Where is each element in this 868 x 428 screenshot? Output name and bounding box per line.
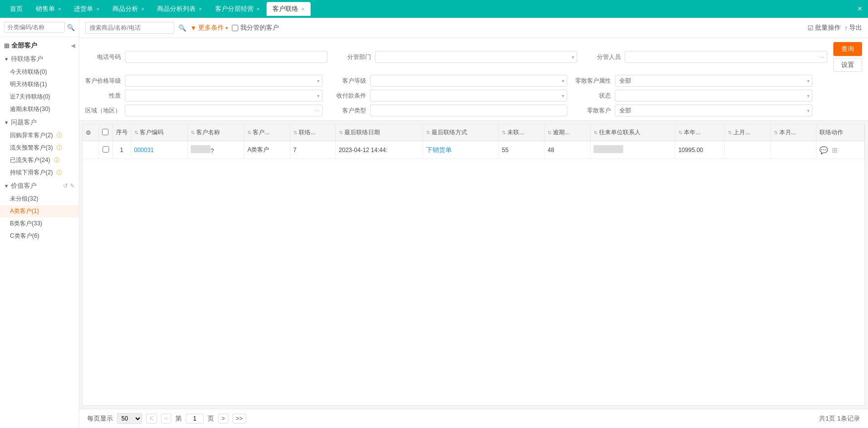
col-gear[interactable]: ⚙ xyxy=(83,124,99,141)
col-this-month[interactable]: ⇅本月... xyxy=(770,124,816,141)
query-set-col: 查询 设置 xyxy=(833,42,862,72)
name-blur-placeholder xyxy=(191,145,211,153)
nature-select[interactable] xyxy=(125,90,323,102)
filter-cell-dept: 分管部门 ▾ xyxy=(335,51,578,63)
more-filters-button[interactable]: ▼ 更多条件 ▾ xyxy=(190,23,228,32)
search-input[interactable] xyxy=(85,22,174,34)
set-button[interactable]: 设置 xyxy=(833,58,862,72)
row-checkbox[interactable] xyxy=(103,146,109,153)
col-type[interactable]: ⇅客户... xyxy=(244,124,290,141)
col-this-year[interactable]: ⇅本年... xyxy=(675,124,725,141)
link-action-icon[interactable]: ⊞ xyxy=(832,146,838,154)
nav-tab-customer-contact[interactable]: 客户联络 × xyxy=(267,2,310,16)
col-last-date[interactable]: ⇅最后联络日期 xyxy=(335,124,423,141)
all-customers-header[interactable]: ⊞ 全部客户 ◀ xyxy=(0,37,79,52)
nav-tab-sales-close[interactable]: × xyxy=(58,6,61,12)
sidebar-search-input[interactable] xyxy=(4,22,65,33)
table-body: 1 000031 ? A类客户 7 2023-04-12 14:44: 下销货单… xyxy=(83,141,865,159)
sidebar-item-today-pending[interactable]: 今天待联络(0) xyxy=(0,66,79,78)
filter-cell-retail-attr: 零散客户属性 全部 ▾ xyxy=(575,75,813,87)
sidebar-collapse-icon[interactable]: ◀ xyxy=(71,43,75,49)
customer-type-input[interactable] xyxy=(370,105,568,116)
sidebar-item-tomorrow-pending[interactable]: 明天待联络(1) xyxy=(0,78,79,91)
main-layout: 🔍 ⊞ 全部客户 ◀ ▼ 待联络客户 今天待联络(0) 明天待联络(1) 近7天… xyxy=(0,18,868,428)
manager-filter-input[interactable] xyxy=(625,51,827,63)
sidebar-item-7day-pending[interactable]: 近7天待联络(0) xyxy=(0,91,79,103)
sidebar-item-declining[interactable]: 持续下滑客户(2) ⓘ xyxy=(0,166,79,179)
chat-action-icon[interactable]: 💬 xyxy=(819,146,828,154)
last-contact-method-link[interactable]: 下销货单 xyxy=(426,146,452,154)
sidebar-search-icon[interactable]: 🔍 xyxy=(67,24,75,31)
row-this-month xyxy=(770,141,816,159)
nav-tab-goods-analysis-list[interactable]: 商品分析列表 × xyxy=(151,2,208,16)
sidebar-item-repurchase-abnormal[interactable]: 回购异常客户(2) ⓘ xyxy=(0,129,79,142)
col-last-method[interactable]: ⇅最后联络方式 xyxy=(423,124,499,141)
last-page-button[interactable]: >> xyxy=(232,414,246,424)
col-contact-person[interactable]: ⇅往来单位联系人 xyxy=(590,124,675,141)
row-code[interactable]: 000031 xyxy=(131,141,187,159)
first-page-button[interactable]: K xyxy=(146,414,157,424)
sidebar-group-problem-customers[interactable]: ▼ 问题客户 xyxy=(0,115,79,129)
sidebar-item-ungrouped[interactable]: 未分组(32) xyxy=(0,193,79,205)
row-overdue: 48 xyxy=(544,141,590,159)
col-un-contact[interactable]: ⇅未联... xyxy=(499,124,544,141)
col-checkbox[interactable] xyxy=(99,124,112,141)
nav-tab-customer-tier-close[interactable]: × xyxy=(257,6,260,12)
search-button[interactable]: 🔍 xyxy=(178,24,186,32)
export-button[interactable]: ↑ 导出 xyxy=(845,23,863,32)
nav-tab-customer-contact-close[interactable]: × xyxy=(301,6,304,12)
sidebar-item-b-class[interactable]: B类客户(33) xyxy=(0,217,79,230)
sidebar-item-overdue-contact[interactable]: 逾期未联络(30) xyxy=(0,103,79,115)
row-un-contact: 55 xyxy=(499,141,544,159)
col-contact-count[interactable]: ⇅联络... xyxy=(290,124,335,141)
filter-cell-retail-customer: 零散客户 全部 ▾ xyxy=(575,105,813,116)
value-customers-edit-icon[interactable]: ✎ xyxy=(70,182,75,189)
nav-tab-goods-analysis-close[interactable]: × xyxy=(141,6,144,12)
close-all-tabs-button[interactable]: × xyxy=(856,2,864,15)
col-name[interactable]: ⇅客户名称 xyxy=(187,124,244,141)
query-button[interactable]: 查询 xyxy=(833,42,862,56)
page-number-input[interactable] xyxy=(186,414,204,424)
nav-tab-purchase-close[interactable]: × xyxy=(96,6,99,12)
sidebar-item-churn-warning[interactable]: 流失预警客户(3) ⓘ xyxy=(0,142,79,154)
next-page-button[interactable]: > xyxy=(218,414,228,424)
sidebar-item-churned[interactable]: 已流失客户(24) ⓘ xyxy=(0,154,79,166)
payment-select[interactable] xyxy=(370,90,568,102)
phone-filter-input[interactable] xyxy=(125,51,327,63)
customer-tier-select[interactable] xyxy=(370,75,568,87)
row-last-contact-method[interactable]: 下销货单 xyxy=(423,141,499,159)
nav-tab-goods-analysis[interactable]: 商品分析 × xyxy=(107,2,150,16)
page-size-select[interactable]: 50 100 200 xyxy=(117,413,142,424)
status-select[interactable] xyxy=(615,90,813,102)
prev-page-button[interactable]: < xyxy=(161,414,171,424)
batch-op-icon: ☑ xyxy=(808,24,814,32)
region-input[interactable] xyxy=(125,105,323,116)
col-overdue[interactable]: ⇅逾期... xyxy=(544,124,590,141)
retail-attr-select[interactable]: 全部 xyxy=(615,75,813,87)
dept-filter-select[interactable] xyxy=(375,51,578,63)
content-area: 🔍 ▼ 更多条件 ▾ 我分管的客户 ☑ 批量操作 ↑ 导出 xyxy=(79,18,868,428)
nav-tab-purchase[interactable]: 进货单 × xyxy=(68,2,105,16)
nav-tab-home[interactable]: 首页 xyxy=(4,2,29,16)
sidebar-group-value-customers[interactable]: ▼ 价值客户 ↺ ✎ xyxy=(0,179,79,193)
all-customers-label: 全部客户 xyxy=(11,41,37,50)
batch-op-button[interactable]: ☑ 批量操作 xyxy=(808,23,841,32)
select-all-checkbox[interactable] xyxy=(102,129,108,135)
nav-tab-goods-analysis-label: 商品分析 xyxy=(112,4,138,13)
sidebar-item-c-class[interactable]: C类客户(6) xyxy=(0,230,79,242)
nav-tab-customer-tier[interactable]: 客户分层经营 × xyxy=(209,2,266,16)
sidebar-group-pending-contact[interactable]: ▼ 待联络客户 xyxy=(0,52,79,66)
col-num: 序号 xyxy=(112,124,131,141)
retail-customer-select[interactable]: 全部 xyxy=(615,105,813,116)
nav-tab-goods-analysis-list-close[interactable]: × xyxy=(199,6,202,12)
nav-tab-sales[interactable]: 销售单 × xyxy=(30,2,67,16)
sidebar-item-a-class[interactable]: A类客户(1) xyxy=(0,205,79,217)
row-checkbox-cell[interactable] xyxy=(99,141,112,159)
warn-icon-4: ⓘ xyxy=(56,169,62,175)
my-customers-checkbox[interactable] xyxy=(232,25,238,31)
col-code[interactable]: ⇅客户编码 xyxy=(131,124,187,141)
col-last-month[interactable]: ⇅上月... xyxy=(725,124,770,141)
price-tier-select[interactable] xyxy=(125,75,323,87)
value-customers-refresh-icon[interactable]: ↺ xyxy=(63,182,68,189)
phone-filter-wrap xyxy=(125,51,327,63)
